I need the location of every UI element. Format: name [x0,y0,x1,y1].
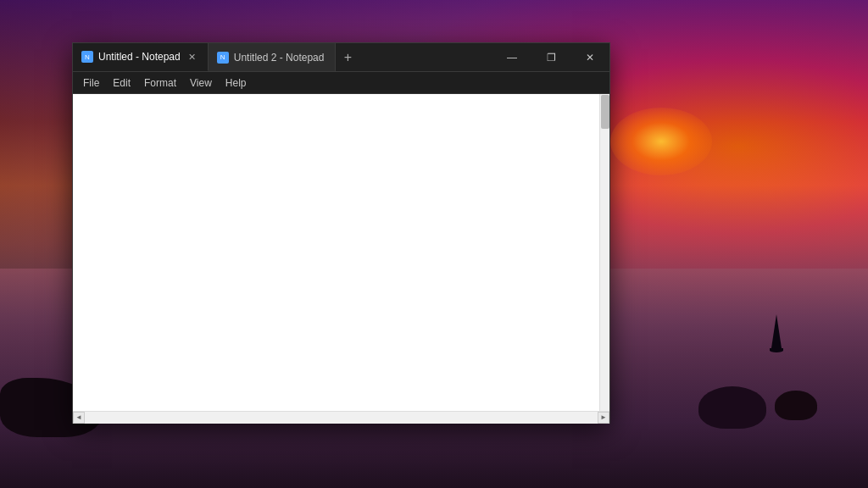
scrollbar-thumb [601,95,609,129]
menu-edit[interactable]: Edit [106,75,137,91]
menu-file[interactable]: File [76,75,106,91]
menu-bar: File Edit Format View Help [73,72,609,94]
maximize-button[interactable]: ❐ [531,43,570,72]
vertical-scrollbar[interactable] [599,94,609,411]
tab-close-1[interactable]: ✕ [186,50,199,64]
notepad-tab-icon-1: N [81,51,93,63]
sailboat [770,314,783,352]
title-bar: N Untitled - Notepad ✕ N Untitled 2 - No… [73,43,609,72]
scroll-right-arrow[interactable]: ► [598,412,609,424]
notepad-window: N Untitled - Notepad ✕ N Untitled 2 - No… [72,42,610,424]
window-controls: — ❐ ✕ [492,43,609,71]
text-editor[interactable] [73,94,609,411]
scroll-track[interactable] [85,412,598,424]
desktop: N Untitled - Notepad ✕ N Untitled 2 - No… [0,0,868,488]
tab-label-1: Untitled - Notepad [98,51,181,63]
rock-1 [698,386,766,429]
title-bar-spacer [360,43,492,71]
menu-format[interactable]: Format [137,75,183,91]
sailboat-sail [771,314,782,348]
editor-area [73,94,609,411]
horizontal-scrollbar: ◄ ► [73,411,609,423]
menu-view[interactable]: View [183,75,219,91]
notepad-tab-icon-2: N [217,52,229,64]
tab-untitled-2[interactable]: N Untitled 2 - Notepad [209,43,336,71]
tab-label-2: Untitled 2 - Notepad [234,52,326,64]
close-button[interactable]: ✕ [570,43,609,72]
minimize-button[interactable]: — [492,43,531,72]
scroll-left-arrow[interactable]: ◄ [73,412,85,424]
rock-2 [775,391,817,420]
sailboat-hull [770,348,783,352]
menu-help[interactable]: Help [219,75,253,91]
add-tab-button[interactable]: + [336,43,360,71]
tab-untitled-1[interactable]: N Untitled - Notepad ✕ [73,43,209,71]
